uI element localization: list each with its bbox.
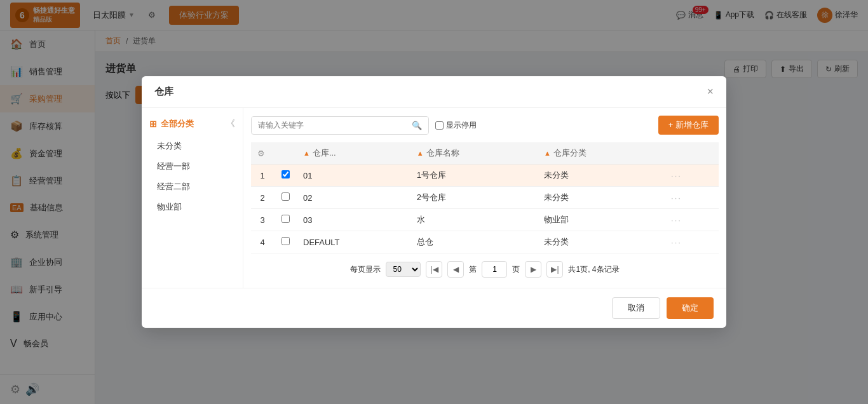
category-item-1[interactable]: 经营一部	[142, 156, 243, 177]
category-panel: ⊞ 全部分类 《 未分类 经营一部 经营二部 物业部	[142, 108, 243, 288]
first-page-btn[interactable]: |◀	[426, 261, 442, 278]
th-name: ▲ 仓库名称	[410, 142, 538, 165]
td-checkbox[interactable]	[274, 209, 297, 231]
category-header: ⊞ 全部分类 《	[142, 114, 243, 136]
td-gear: 4	[251, 231, 274, 253]
td-checkbox[interactable]	[274, 231, 297, 253]
th-category: ▲ 仓库分类	[538, 142, 665, 165]
td-gear: 1	[251, 165, 274, 187]
th-code: ▲ 仓库...	[297, 142, 410, 165]
table-panel: 🔍 显示停用 + 新增仓库 ⚙	[243, 108, 726, 288]
th-actions	[665, 142, 719, 165]
modal-title: 仓库	[154, 86, 173, 98]
td-gear: 3	[251, 209, 274, 231]
th-settings: ⚙	[251, 142, 274, 165]
td-name: 1号仓库	[410, 165, 538, 187]
prev-page-btn[interactable]: ◀	[447, 261, 464, 278]
table-toolbar: 🔍 显示停用 + 新增仓库	[251, 116, 719, 135]
table-row[interactable]: 4 DEFAULT 总仓 未分类 ···	[251, 231, 719, 253]
td-category: 未分类	[538, 231, 665, 253]
grid-icon: ⊞	[149, 119, 157, 129]
add-warehouse-btn[interactable]: + 新增仓库	[658, 116, 719, 135]
warehouse-modal: 仓库 × ⊞ 全部分类 《 未分类 经营一部	[142, 76, 726, 328]
page-number-input[interactable]	[482, 261, 507, 278]
td-more[interactable]: ···	[665, 209, 719, 231]
modal-header: 仓库 ×	[142, 76, 726, 108]
category-item-2[interactable]: 经营二部	[142, 177, 243, 197]
search-icon[interactable]: 🔍	[405, 117, 428, 134]
cancel-btn[interactable]: 取消	[612, 297, 660, 319]
total-label: 共1页, 4条记录	[568, 264, 619, 275]
td-name: 2号仓库	[410, 187, 538, 209]
modal-overlay: 仓库 × ⊞ 全部分类 《 未分类 经营一部	[0, 0, 868, 404]
td-more[interactable]: ···	[665, 187, 719, 209]
last-page-btn[interactable]: ▶|	[546, 261, 563, 278]
td-gear: 2	[251, 187, 274, 209]
show-disabled-checkbox[interactable]	[435, 121, 444, 130]
per-page-select[interactable]: 50 100 200	[386, 262, 421, 277]
page-suffix: 页	[512, 264, 520, 275]
page-prefix: 第	[469, 264, 477, 275]
td-category: 物业部	[538, 209, 665, 231]
td-checkbox[interactable]	[274, 187, 297, 209]
search-input[interactable]	[252, 117, 405, 133]
td-more[interactable]: ···	[665, 231, 719, 253]
pagination: 每页显示 50 100 200 |◀ ◀ 第 页 ▶ ▶| 共1页, 4条记录	[251, 253, 719, 280]
td-category: 未分类	[538, 187, 665, 209]
td-category: 未分类	[538, 165, 665, 187]
collapse-btn[interactable]: 《	[226, 118, 235, 130]
per-page-label: 每页显示	[350, 264, 381, 275]
td-code: 01	[297, 165, 410, 187]
modal-footer: 取消 确定	[142, 288, 726, 328]
td-code: DEFAULT	[297, 231, 410, 253]
search-box: 🔍	[251, 116, 429, 135]
modal-body: ⊞ 全部分类 《 未分类 经营一部 经营二部 物业部	[142, 108, 726, 288]
td-checkbox[interactable]	[274, 165, 297, 187]
td-code: 03	[297, 209, 410, 231]
next-page-btn[interactable]: ▶	[525, 261, 541, 278]
sort-icon-name: ▲	[417, 149, 424, 157]
sort-icon: ▲	[303, 149, 310, 157]
category-item-3[interactable]: 物业部	[142, 197, 243, 217]
table-row[interactable]: 1 01 1号仓库 未分类 ···	[251, 165, 719, 187]
warehouse-table: ⚙ ▲ 仓库... ▲	[251, 142, 719, 253]
all-categories-btn[interactable]: ⊞ 全部分类	[149, 118, 194, 130]
td-more[interactable]: ···	[665, 165, 719, 187]
td-name: 总仓	[410, 231, 538, 253]
td-code: 02	[297, 187, 410, 209]
table-row[interactable]: 2 02 2号仓库 未分类 ···	[251, 187, 719, 209]
sort-icon-cat: ▲	[544, 149, 551, 157]
confirm-btn[interactable]: 确定	[667, 297, 714, 319]
td-name: 水	[410, 209, 538, 231]
modal-close-btn[interactable]: ×	[707, 85, 714, 98]
table-row[interactable]: 3 03 水 物业部 ···	[251, 209, 719, 231]
show-disabled-label[interactable]: 显示停用	[435, 120, 477, 131]
gear-icon: ⚙	[257, 149, 265, 158]
category-item-0[interactable]: 未分类	[142, 136, 243, 156]
th-checkbox	[274, 142, 297, 165]
